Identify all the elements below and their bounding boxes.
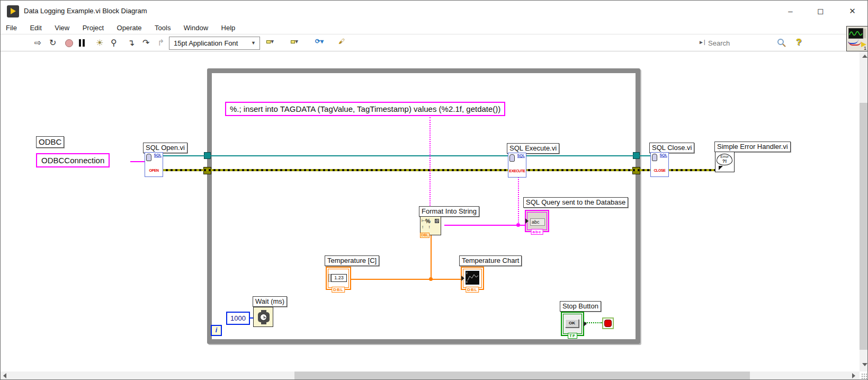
vertical-scrollbar[interactable] (860, 51, 868, 372)
format-into-string-node[interactable]: ⊢ % ! ! DBL (420, 216, 441, 235)
error-handler-label[interactable]: Simple Error Handler.vi (714, 142, 791, 152)
abort-icon[interactable] (65, 39, 73, 47)
sql-close-label[interactable]: SQL Close.vi (649, 143, 694, 153)
database-cylinder-icon (652, 154, 657, 161)
window-title: Data Logging Example.vi Block Diagram (24, 7, 147, 15)
sql-open-label[interactable]: SQL Open.vi (143, 143, 187, 153)
format-into-string-label[interactable]: Format Into String (419, 206, 479, 217)
close-button[interactable]: ✕ (840, 1, 865, 22)
loop-iteration-terminal[interactable]: i (211, 325, 222, 336)
search-icon[interactable] (777, 38, 786, 49)
scope-display (848, 28, 863, 39)
watch-icon (258, 312, 270, 322)
stop-button-label[interactable]: Stop Button (560, 301, 601, 312)
horizontal-scrollbar[interactable] (1, 372, 860, 380)
toolbar: ⇨ ↻ ☀ ⚲ ↴ ↷ ↱ 15pt Application Font ▼ ▾ … (1, 35, 846, 51)
wait-ms-constant[interactable]: 1000 (226, 312, 250, 325)
bracket-glyph: ⊢ (422, 218, 425, 223)
labview-app-icon (7, 5, 19, 17)
clean-up-diagram-icon[interactable]: 🖌 (338, 38, 345, 45)
database-cylinder-icon (509, 154, 515, 162)
input-arrow-icon (461, 276, 464, 281)
pause-icon[interactable] (79, 39, 81, 47)
sql-query-indicator[interactable]: abc abc (525, 210, 549, 232)
error-handler-node[interactable]: Error ?! (715, 152, 735, 172)
string-wire-odbc[interactable] (130, 161, 145, 162)
menu-project[interactable]: Project (77, 22, 109, 33)
block-diagram-canvas[interactable]: ODBC ODBCConnection %.; insert into TAGD… (1, 51, 860, 372)
menu-bar: File Edit View Project Operate Tools Win… (1, 22, 846, 34)
menu-window[interactable]: Window (178, 22, 213, 33)
speech-bubble-icon: Error ?! (717, 154, 732, 165)
chevron-down-icon: ▼ (251, 37, 256, 49)
error-cluster-wire[interactable] (163, 169, 717, 171)
menu-tools[interactable]: Tools (149, 22, 176, 33)
step-out-icon[interactable]: ↱ (157, 37, 164, 49)
step-into-icon[interactable]: ↴ (128, 37, 135, 49)
wire-junction-pink (516, 223, 520, 227)
stop-button-terminal[interactable]: OK TF (561, 312, 584, 336)
horizontal-scrollbar-thumb[interactable] (294, 372, 750, 380)
run-icon[interactable]: ⇨ (34, 37, 41, 49)
menu-help[interactable]: Help (216, 22, 241, 33)
sql-close-node[interactable]: SQL CLOSE (650, 152, 669, 177)
scroll-right-icon[interactable] (852, 373, 855, 378)
loop-condition-terminal[interactable] (602, 317, 614, 329)
reorder-dropdown[interactable]: ⟳▾ (315, 38, 324, 45)
align-objects-dropdown[interactable]: ▾ (266, 38, 274, 45)
string-wire-to-execute[interactable] (518, 177, 519, 225)
string-wire-sql-constant[interactable] (429, 117, 431, 216)
connection-refnum-wire[interactable] (163, 155, 650, 156)
vi-connector-icon[interactable]: 1 (846, 26, 868, 51)
input-arrow-icon (525, 218, 529, 224)
resize-grip[interactable] (861, 373, 867, 379)
search-input[interactable] (708, 37, 773, 49)
temperature-chart-label[interactable]: Temperature Chart (459, 255, 522, 266)
wire-junction-orange (429, 277, 433, 281)
context-help-icon[interactable]: ? (796, 37, 801, 48)
run-continuously-icon[interactable]: ↻ (49, 37, 56, 49)
sql-execute-label[interactable]: SQL Execute.vi (507, 143, 559, 154)
stop-sign-icon (604, 320, 612, 327)
svg-text:2: 2 (466, 271, 468, 275)
menu-operate[interactable]: Operate (112, 22, 147, 33)
vertical-scrollbar-thumb[interactable] (860, 103, 868, 350)
string-wire-query[interactable] (444, 225, 525, 226)
sql-open-node[interactable]: SQL OPEN (145, 152, 163, 177)
temperature-control-terminal[interactable]: 1.23 DBL (326, 267, 351, 290)
sql-query-indicator-label[interactable]: SQL Query sent to the Database (523, 197, 628, 208)
database-cylinder-icon (146, 154, 151, 161)
font-selector[interactable]: 15pt Application Font ▼ (169, 37, 260, 50)
numeric-wire-temperature[interactable] (351, 279, 461, 280)
svg-text:0: 0 (466, 280, 468, 284)
retain-wire-values-icon[interactable]: ⚲ (111, 37, 117, 49)
temperature-control-label[interactable]: Temperature [C] (325, 255, 379, 266)
sql-string-constant[interactable]: %.; insert into TAGDATA (TagValue, TagTi… (225, 102, 505, 116)
menu-view[interactable]: View (49, 22, 75, 33)
vi-icon-badge: 1 (864, 46, 866, 51)
step-over-icon[interactable]: ↷ (142, 37, 149, 49)
odbc-connection-constant[interactable]: ODBCConnection (36, 153, 110, 167)
menu-file[interactable]: File (1, 22, 22, 33)
titlebar: Data Logging Example.vi Block Diagram – … (1, 1, 867, 22)
boolean-wire-stop[interactable] (585, 322, 602, 323)
menu-edit[interactable]: Edit (24, 22, 47, 33)
pause-icon[interactable] (83, 39, 85, 47)
format-grid-icon (435, 219, 439, 223)
distribute-objects-dropdown[interactable]: ▾ (291, 38, 298, 45)
scroll-down-icon[interactable] (862, 363, 867, 366)
scroll-left-icon[interactable] (3, 373, 6, 378)
scroll-up-icon[interactable] (862, 55, 867, 58)
labview-window: Data Logging Example.vi Block Diagram – … (0, 0, 868, 380)
minimize-button[interactable]: – (778, 1, 803, 22)
odbc-label[interactable]: ODBC (36, 136, 64, 148)
wait-label[interactable]: Wait (ms) (253, 296, 287, 307)
highlight-execution-icon[interactable]: ☀ (96, 37, 103, 49)
wait-node[interactable] (253, 307, 273, 327)
maximize-button[interactable]: ◻ (808, 1, 833, 22)
sql-execute-node[interactable]: SQL EXECUTE (508, 153, 526, 178)
temperature-chart-terminal[interactable]: 2 0 DBL (461, 267, 484, 290)
numeric-wire-to-format[interactable] (431, 235, 432, 279)
output-arrow-icon (584, 321, 587, 326)
search-expand-icon[interactable]: ►| (699, 39, 705, 45)
